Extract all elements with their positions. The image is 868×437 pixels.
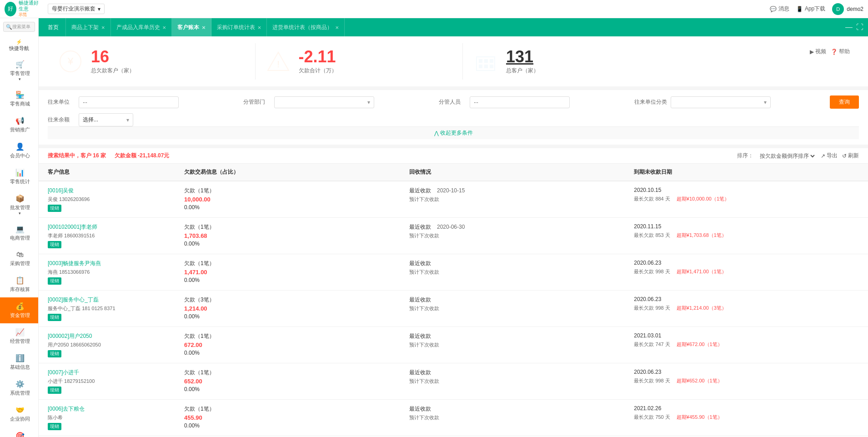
overdue-days-3: 最长欠款 998 天: [634, 305, 670, 311]
balance-arrow-icon: ▾: [126, 117, 129, 123]
overdue-link-1[interactable]: 超期¥1,703.68（1笔）: [677, 232, 727, 238]
tab-purchase-order-close[interactable]: ×: [258, 24, 261, 31]
inventory-label: 库存核算: [10, 286, 30, 293]
debt-amount-2[interactable]: 1,471.00: [184, 269, 409, 276]
promo-link[interactable]: 示范: [19, 12, 43, 18]
recovery-next-3: 预计下次收款: [409, 305, 634, 312]
sidebar-item-corp-collab[interactable]: 🤝 企业协同: [0, 401, 38, 427]
collapse-btn[interactable]: ⋀ 收起更多条件: [434, 129, 473, 137]
tab-goods-off-close[interactable]: ×: [101, 24, 105, 31]
overdue-days-1: 最长欠款 853 天: [634, 232, 670, 238]
customer-name-5[interactable]: [0007]小进千: [48, 369, 184, 377]
sidebar-item-batch-mgmt[interactable]: 📦 批发管理 ▾: [0, 190, 38, 220]
overdue-link-4[interactable]: 超期¥672.00（1笔）: [677, 342, 722, 347]
tab-purchase-order[interactable]: 采购订单统计表 ×: [211, 18, 267, 36]
stat-total-customers-info: 131 总客户（家）: [506, 49, 539, 75]
tab-goods-stats-close[interactable]: ×: [335, 24, 339, 31]
source-unit-input[interactable]: ···: [79, 96, 179, 108]
tab-goods-stats[interactable]: 进货单统计表（按商品） ×: [267, 18, 345, 36]
sort-label-text: 排序：: [737, 152, 753, 160]
sidebar-item-basic-info[interactable]: ℹ️ 基础信息: [0, 349, 38, 375]
sidebar-item-sys-mgmt[interactable]: ⚙️ 系统管理: [0, 375, 38, 401]
recovery-0: 最近收款 2020-10-15 预计下次收款: [409, 187, 634, 203]
download-btn[interactable]: 📱 App下载: [796, 5, 825, 13]
fast-nav-icon: ⚡: [2, 39, 36, 45]
svg-text:¥: ¥: [67, 55, 74, 67]
sidebar-item-fast-nav[interactable]: ⚡ 快捷导航: [0, 35, 38, 55]
tab-home-label: 首页: [48, 24, 59, 31]
corp-collab-label: 企业协同: [10, 416, 30, 422]
debt-count-4: 欠款（1笔）: [184, 332, 409, 340]
export-btn[interactable]: ↗ 导出: [821, 152, 838, 160]
customer-name-4[interactable]: [000002]用户2050: [48, 332, 184, 340]
recovery-next-0: 预计下次收款: [409, 196, 634, 203]
debt-amount-5[interactable]: 652.00: [184, 378, 409, 385]
fast-nav-label: 快捷导航: [2, 45, 36, 52]
sidebar-item-new-guide[interactable]: 🎯 新手引导: [0, 427, 38, 437]
overdue-link-6[interactable]: 超期¥455.90（1笔）: [677, 414, 722, 420]
sidebar-item-marketing[interactable]: 📢 营销推广: [0, 112, 38, 138]
customer-name-6[interactable]: [0006]去下粮仓: [48, 405, 184, 413]
help-btn[interactable]: ❓ 帮助: [831, 48, 850, 55]
balance-select[interactable]: 选择... ▾: [79, 113, 133, 126]
overdue-link-0[interactable]: 超期¥10,000.00（1笔）: [677, 196, 729, 201]
due-date-1: 2020.11.15 最长欠款 853 天 超期¥1,703.68（1笔）: [634, 223, 859, 239]
sidebar-item-retail-mgmt[interactable]: 🛒 零售管理 ▾: [0, 55, 38, 86]
tab-prod-history-close[interactable]: ×: [163, 24, 166, 31]
view-video-btn[interactable]: ▶ 视频: [810, 48, 826, 55]
source-category-select[interactable]: ▾: [671, 96, 771, 108]
tab-prod-history[interactable]: 产成品入库单历史 ×: [111, 18, 172, 36]
message-btn[interactable]: 💬 消息: [770, 5, 789, 13]
corp-collab-icon: 🤝: [15, 406, 25, 414]
due-overdue-4: 最长欠款 747 天 超期¥672.00（1笔）: [634, 341, 859, 348]
table-area: 客户信息 欠款交易信息（占比） 回收情况 到期未收款日期 [0016]吴俊 吴俊…: [39, 164, 868, 437]
debt-amount-0[interactable]: 10,000.00: [184, 196, 409, 203]
sort-select[interactable]: 按欠款金额倒序排序: [758, 152, 816, 160]
debt-info-3: 欠款（3笔） 1,214.00 0.00%: [184, 296, 409, 320]
tab-customer-account-close[interactable]: ×: [202, 24, 206, 31]
sidebar-item-biz-mgmt[interactable]: 📈 经营管理: [0, 323, 38, 349]
user-btn[interactable]: D demo2: [832, 3, 863, 15]
source-category-arrow-icon: ▾: [764, 99, 767, 105]
manager-input[interactable]: ···: [470, 96, 570, 108]
store-name: 母婴行业演示账套: [52, 5, 95, 13]
customer-name-1[interactable]: [0001020001]李老师: [48, 223, 184, 231]
tab-minimize-btn[interactable]: —: [845, 23, 853, 31]
customer-name-0[interactable]: [0016]吴俊: [48, 187, 184, 195]
tab-maximize-btn[interactable]: ⛶: [856, 23, 863, 31]
recovery-3: 最近收款 预计下次收款: [409, 296, 634, 312]
members-label: 会员中心: [10, 152, 30, 159]
overdue-link-5[interactable]: 超期¥652.00（1笔）: [677, 378, 722, 383]
debt-amount-1[interactable]: 1,703.68: [184, 232, 409, 239]
batch-mgmt-arrow: ▾: [19, 211, 21, 216]
debt-percent-3: 0.00%: [184, 313, 409, 320]
sidebar-item-purchase[interactable]: 🛍 采购管理: [0, 246, 38, 271]
overdue-link-2[interactable]: 超期¥1,471.00（1笔）: [677, 269, 727, 274]
store-selector[interactable]: 母婴行业演示账套 ▾: [48, 4, 105, 14]
balance-label: 往来余额: [48, 116, 75, 124]
sidebar-search-box[interactable]: 🔍 搜索菜单: [3, 22, 35, 32]
refresh-btn[interactable]: ↺ 刷新: [842, 152, 859, 160]
query-btn[interactable]: 查询: [830, 95, 859, 109]
customer-name-3[interactable]: [0002]服务中心_丁磊: [48, 296, 184, 304]
customer-name-2[interactable]: [0003]畅捷服务尹海燕: [48, 260, 184, 267]
tab-customer-account[interactable]: 客户账本 ×: [172, 18, 211, 36]
sidebar-item-retail-stats[interactable]: 📊 零售统计: [0, 164, 38, 190]
debt-amount-4[interactable]: 672.00: [184, 342, 409, 348]
tab-home[interactable]: 首页: [41, 18, 66, 36]
sys-mgmt-icon: ⚙️: [15, 380, 25, 388]
sidebar-item-ecommerce[interactable]: 💻 电商管理: [0, 220, 38, 246]
sidebar-item-finance[interactable]: 💰 资金管理: [0, 297, 38, 323]
department-select[interactable]: ▾: [274, 96, 374, 108]
debt-amount-6[interactable]: 455.90: [184, 414, 409, 421]
sidebar-item-retail-mall[interactable]: 🏪 零售商城: [0, 86, 38, 112]
due-overdue-5: 最长欠款 998 天 超期¥652.00（1笔）: [634, 377, 859, 384]
sidebar-item-inventory[interactable]: 📋 库存核算: [0, 271, 38, 297]
tab-goods-off[interactable]: 商品上下架 ×: [66, 18, 111, 36]
debt-amount-3[interactable]: 1,214.00: [184, 305, 409, 312]
purchase-label: 采购管理: [10, 260, 30, 267]
recovery-text-3: 最近收款: [409, 296, 431, 303]
due-date-4: 2021.03.01 最长欠款 747 天 超期¥672.00（1笔）: [634, 332, 859, 348]
sidebar-item-members[interactable]: 👤 会员中心: [0, 138, 38, 164]
overdue-link-3[interactable]: 超期¥1,214.00（3笔）: [677, 305, 727, 311]
